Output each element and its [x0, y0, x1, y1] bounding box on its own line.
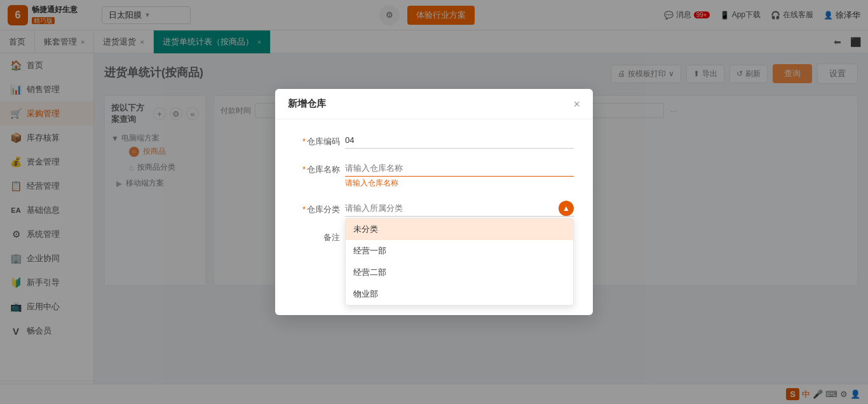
- name-error-msg: 请输入仓库名称: [345, 178, 574, 189]
- dropdown-item-property[interactable]: 物业部: [346, 283, 573, 305]
- name-field: 请输入仓库名称: [345, 160, 574, 189]
- add-warehouse-modal: 新增仓库 × 仓库编码 仓库名称 请输入仓库名称 仓库分类 ▲: [275, 89, 593, 315]
- dropdown-item-uncategorized[interactable]: 未分类: [346, 219, 573, 240]
- category-dropdown-arrow[interactable]: ▲: [559, 201, 574, 216]
- modal-header: 新增仓库 ×: [275, 89, 593, 119]
- code-label: 仓库编码: [294, 132, 345, 147]
- dropdown-item-ops1[interactable]: 经营一部: [346, 240, 573, 262]
- category-field: ▲ 未分类 经营一部 经营二部 物业部: [345, 200, 574, 217]
- name-label: 仓库名称: [294, 160, 345, 175]
- name-input[interactable]: [345, 160, 574, 177]
- category-label: 仓库分类: [294, 200, 345, 215]
- dropdown-item-ops2[interactable]: 经营二部: [346, 262, 573, 283]
- modal-title: 新增仓库: [288, 98, 326, 110]
- remark-label: 备注: [294, 228, 345, 243]
- form-row-name: 仓库名称 请输入仓库名称: [294, 160, 574, 189]
- modal-body: 仓库编码 仓库名称 请输入仓库名称 仓库分类 ▲ 未分类: [275, 119, 593, 260]
- modal-close-icon[interactable]: ×: [573, 98, 580, 110]
- form-row-code: 仓库编码: [294, 132, 574, 149]
- code-field: [345, 132, 574, 149]
- category-select-wrapper: ▲ 未分类 经营一部 经营二部 物业部: [345, 200, 574, 217]
- form-row-category: 仓库分类 ▲ 未分类 经营一部 经营二部 物业部: [294, 200, 574, 217]
- code-input[interactable]: [345, 132, 574, 149]
- category-dropdown-list: 未分类 经营一部 经营二部 物业部: [345, 218, 574, 306]
- category-input[interactable]: [345, 200, 574, 217]
